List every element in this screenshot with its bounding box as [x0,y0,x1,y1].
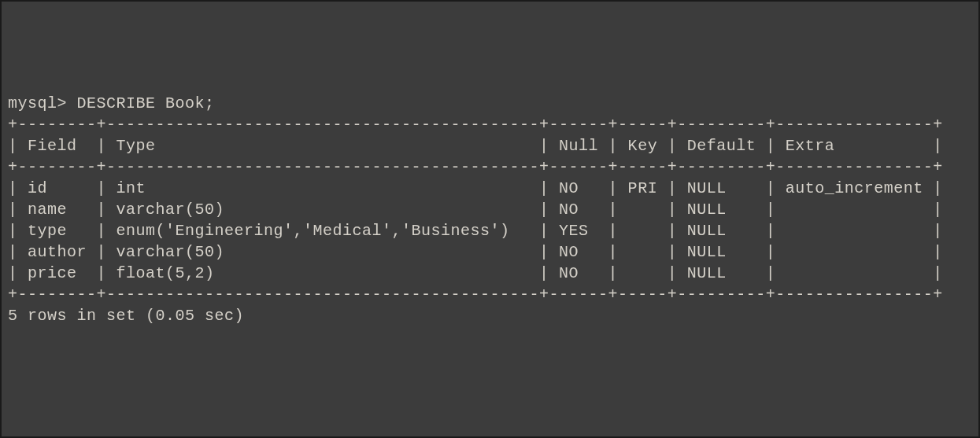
mysql-prompt: mysql> [8,94,67,112]
sql-command[interactable]: DESCRIBE Book; [77,94,215,112]
table-border-mid: +--------+------------------------------… [8,158,943,176]
table-border-bottom: +--------+------------------------------… [8,285,943,304]
mysql-terminal-output: mysql> DESCRIBE Book; +--------+--------… [8,93,972,326]
table-header-row: | Field | Type | Null | Key | Default | … [8,137,943,155]
table-data-rows: | id | int | NO | PRI | NULL | auto_incr… [8,179,943,282]
result-footer: 5 rows in set (0.05 sec) [8,307,244,325]
table-border-top: +--------+------------------------------… [8,116,943,134]
